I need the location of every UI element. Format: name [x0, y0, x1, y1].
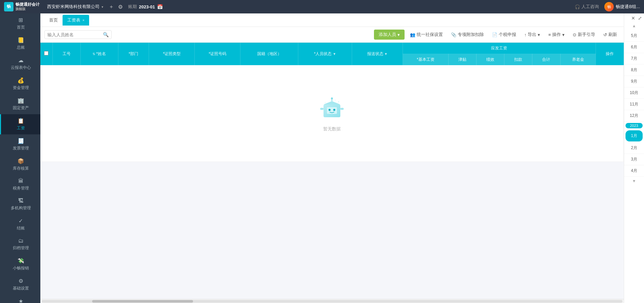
toolbar-area: 🔍 添加人员 ▾ 👥 统一社保设置 📎 专项附加扣除 📄 个税申报	[40, 27, 624, 43]
sidebar-item-guide[interactable]: ★ 新手引导	[0, 295, 40, 303]
empty-icon	[318, 95, 345, 122]
sort-icon: ⇅	[92, 52, 95, 56]
user-area[interactable]: 畅 畅捷通B组...	[604, 2, 640, 11]
period-value[interactable]: 2023-01	[139, 4, 155, 9]
export-arrow-icon: ▾	[538, 32, 540, 37]
salary-table: 工号 ⇅ *姓名 *部门 *证照类型 *证照号码 国籍（地区）	[40, 43, 624, 162]
table-wrap: 工号 ⇅ *姓名 *部门 *证照类型 *证照号码 国籍（地区）	[40, 43, 624, 299]
guide-btn-icon: ⊙	[573, 32, 576, 37]
scroll-down-button[interactable]: ▼	[624, 177, 644, 185]
col-personnel-status: *人员状态 ▼	[298, 43, 352, 65]
sidebar-item-inventory[interactable]: 📦 库存核算	[0, 155, 40, 175]
filter-icon[interactable]: ▼	[333, 52, 336, 56]
month-item-2022-10[interactable]: 10月	[624, 87, 644, 99]
sidebar-item-label: 库存核算	[13, 166, 29, 171]
customer-service-button[interactable]: 🎧 人工咨询	[575, 4, 599, 10]
company-name: 西安虾米网络科技有限公司	[47, 4, 100, 10]
sidebar-item-label: 基础设置	[13, 286, 29, 291]
special-deduction-label: 专项附加扣除	[458, 32, 484, 38]
month-item-2022-07[interactable]: 7月	[624, 53, 644, 64]
toolbar-right: 添加人员 ▾ 👥 统一社保设置 📎 专项附加扣除 📄 个税申报 ↑ 导	[374, 30, 620, 40]
month-item-2022-06[interactable]: 6月	[624, 42, 644, 53]
select-all-checkbox[interactable]	[44, 51, 48, 55]
bottom-scrollbar[interactable]	[40, 299, 624, 303]
export-button[interactable]: ↑ 导出 ▾	[522, 30, 543, 39]
month-item-2022-12[interactable]: 12月	[624, 110, 644, 122]
scroll-up-button[interactable]: ▲	[624, 21, 644, 30]
col-nationality: 国籍（地区）	[240, 43, 298, 65]
sidebar-item-cloud-report[interactable]: ☁ 云报表中心	[0, 54, 40, 74]
tab-home[interactable]: 首页	[44, 15, 63, 26]
month-item-2022-11[interactable]: 11月	[624, 99, 644, 110]
col-name: ⇅ *姓名	[80, 43, 118, 65]
tab-close-icon[interactable]: ×	[82, 18, 84, 22]
svg-marker-1	[324, 101, 340, 104]
svg-point-11	[335, 100, 336, 100]
operations-label: 操作	[552, 32, 561, 38]
month-item-2023-02[interactable]: 2月	[624, 142, 644, 154]
operations-button[interactable]: ≡ 操作 ▾	[545, 30, 567, 39]
sidebar-item-fixed-assets[interactable]: 🏢 固定资产	[0, 94, 40, 114]
calendar-icon[interactable]: 📅	[157, 4, 163, 9]
sidebar-item-salary[interactable]: 📋 工资	[0, 114, 40, 134]
company-selector[interactable]: 西安虾米网络科技有限公司 ▾	[47, 4, 103, 10]
month-item-2022-08[interactable]: 8月	[624, 64, 644, 76]
add-person-button[interactable]: 添加人员 ▾	[374, 30, 405, 40]
scrollbar-thumb[interactable]	[92, 300, 193, 303]
social-security-button[interactable]: 👥 统一社保设置	[407, 30, 446, 39]
guide-label: 新手引导	[578, 32, 595, 38]
invoice-icon: 🧾	[17, 138, 24, 144]
special-deduction-icon: 📎	[451, 32, 456, 37]
sidebar-item-label: 固定资产	[13, 105, 29, 111]
scrollbar-track	[42, 300, 622, 303]
special-deduction-button[interactable]: 📎 专项附加扣除	[448, 30, 487, 39]
sidebar-item-settlement[interactable]: ✓ 结账	[0, 214, 40, 234]
tab-salary-table[interactable]: 工资表 ×	[63, 15, 89, 26]
sidebar-item-multi-org[interactable]: 🏗 多机构管理	[0, 194, 40, 214]
guide-button[interactable]: ⊙ 新手引导	[570, 30, 598, 39]
col-operations: 操作	[596, 43, 623, 65]
panel-close-button[interactable]: ✕	[631, 15, 636, 21]
col-employee-id: 工号	[52, 43, 80, 65]
sidebar-item-label: 云报表中心	[11, 65, 31, 71]
submit-filter-icon[interactable]: ▼	[384, 52, 388, 56]
col-pension: 养老金	[560, 54, 596, 66]
month-item-2022-09[interactable]: 9月	[624, 76, 644, 87]
search-input[interactable]	[47, 32, 101, 37]
select-all-header[interactable]	[40, 43, 52, 65]
expense-icon: 💸	[17, 258, 24, 264]
sidebar-item-tax[interactable]: 🏛 税务管理	[0, 175, 40, 194]
search-input-wrap: 🔍	[44, 30, 112, 39]
sidebar-item-ledger[interactable]: 📒 总账	[0, 34, 40, 54]
period-area: 账期 2023-01 📅	[128, 4, 163, 10]
social-security-label: 统一社保设置	[417, 32, 443, 38]
settings-icon[interactable]: ⚙	[118, 4, 123, 10]
month-item-2022-05[interactable]: 5月	[624, 30, 644, 42]
logo-icon: 畅	[4, 2, 13, 11]
month-item-2023-04[interactable]: 4月	[624, 165, 644, 177]
sidebar-item-label: 归档管理	[13, 245, 29, 251]
tab-home-label: 首页	[49, 17, 58, 23]
month-item-2023-03[interactable]: 3月	[624, 154, 644, 165]
add-company-button[interactable]: ＋	[109, 3, 114, 10]
personal-tax-button[interactable]: 📄 个税申报	[489, 30, 519, 39]
sidebar-item-label: 工资	[17, 125, 25, 131]
month-item-2023-01[interactable]: 1月	[626, 130, 643, 142]
top-header: 畅 畅捷通好会计 旗舰版 西安虾米网络科技有限公司 ▾ ＋ ⚙ 账期 2023-…	[0, 0, 644, 13]
refresh-button[interactable]: ↺ 刷新	[601, 30, 620, 39]
empty-text: 暂无数据	[323, 126, 341, 132]
col-deduction: 扣款	[504, 54, 532, 66]
refresh-label: 刷新	[608, 32, 617, 38]
panel-expand-button[interactable]: ⤢	[637, 15, 643, 21]
sidebar-item-fund[interactable]: 💰 资金管理	[0, 74, 40, 94]
sidebar-item-archive[interactable]: 🗂 归档管理	[0, 234, 40, 254]
fixed-assets-icon: 🏢	[17, 97, 24, 104]
svg-rect-7	[320, 108, 324, 110]
sidebar-item-expense[interactable]: 💸 小畅报销	[0, 254, 40, 274]
header-right: 🎧 人工咨询 畅 畅捷通B组...	[575, 2, 640, 11]
sidebar-item-invoice[interactable]: 🧾 发票管理	[0, 134, 40, 155]
sidebar-item-home[interactable]: ⊞ 首页	[0, 13, 40, 34]
sidebar-item-settings[interactable]: ⚙ 基础设置	[0, 274, 40, 295]
table-header-row1: 工号 ⇅ *姓名 *部门 *证照类型 *证照号码 国籍（地区）	[40, 43, 624, 54]
logo-text-wrap: 畅捷通好会计 旗舰版	[15, 2, 40, 11]
